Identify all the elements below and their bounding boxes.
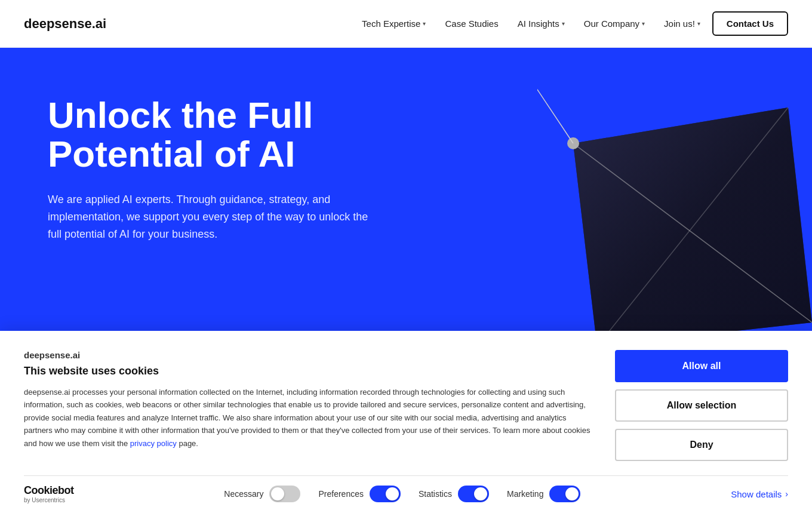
nav-case-studies[interactable]: Case Studies: [438, 14, 505, 33]
cookie-overlay: deepsense.ai This website uses cookies d…: [0, 331, 812, 334]
contact-us-button[interactable]: Contact Us: [712, 11, 788, 36]
nav-logo[interactable]: deepsense.ai: [24, 16, 106, 32]
chevron-down-icon: ▾: [697, 20, 700, 27]
nav-ai-insights[interactable]: AI Insights ▾: [510, 14, 572, 33]
navbar: deepsense.ai Tech Expertise ▾ Case Studi…: [0, 0, 812, 48]
nav-our-company[interactable]: Our Company ▾: [577, 14, 652, 33]
hero-subtitle: We are applied AI experts. Through guida…: [48, 191, 382, 242]
chevron-down-icon: ▾: [642, 20, 645, 27]
cookie-banner: deepsense.ai This website uses cookies d…: [0, 331, 812, 334]
chevron-down-icon: ▾: [562, 20, 565, 27]
chevron-down-icon: ▾: [423, 20, 426, 27]
nav-tech-expertise[interactable]: Tech Expertise ▾: [355, 14, 433, 33]
svg-line-5: [537, 72, 573, 143]
hero-title: Unlock the Full Potential of AI: [48, 96, 382, 173]
hero-text: Unlock the Full Potential of AI We are a…: [48, 96, 382, 243]
hero-section: Unlock the Full Potential of AI We are a…: [0, 48, 812, 334]
svg-marker-1: [573, 107, 812, 334]
hero-graphic: [537, 72, 812, 334]
nav-join-us[interactable]: Join us! ▾: [657, 14, 708, 33]
nav-links: Tech Expertise ▾ Case Studies AI Insight…: [355, 11, 788, 36]
